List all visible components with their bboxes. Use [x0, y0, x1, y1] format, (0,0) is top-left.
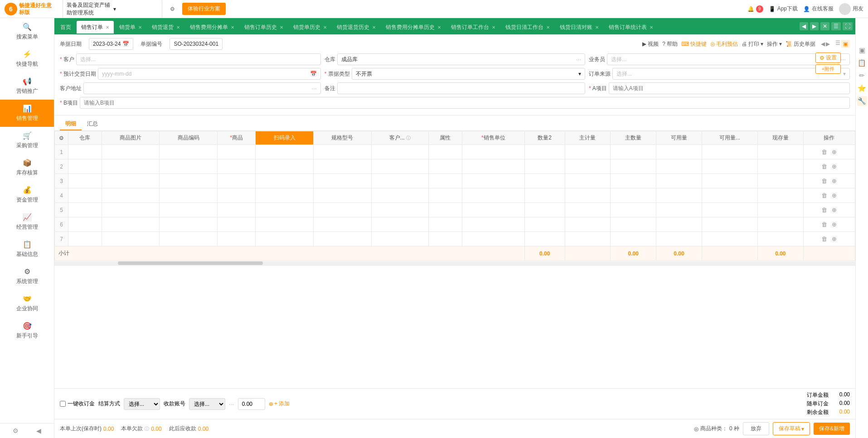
- close-icon[interactable]: ✕: [106, 25, 109, 30]
- sidebar-item-operations[interactable]: 📈 经营管理: [0, 208, 54, 236]
- copy-btn[interactable]: ⊕: [829, 191, 839, 200]
- close-icon[interactable]: ✕: [323, 25, 327, 30]
- close-icon[interactable]: ✕: [492, 25, 495, 30]
- copy-btn[interactable]: ⊕: [829, 148, 839, 157]
- close-icon[interactable]: ✕: [650, 25, 653, 30]
- sidebar-item-finance[interactable]: 💰 资金管理: [0, 181, 54, 208]
- address-input[interactable]: ···: [83, 82, 321, 94]
- tab-workbench[interactable]: 销售订单工作台 ✕: [446, 21, 500, 34]
- a-project-input[interactable]: [609, 82, 850, 94]
- sidebar-item-enterprise[interactable]: 🤝 企业协同: [0, 290, 54, 317]
- tab-prev-btn[interactable]: ◀: [800, 22, 808, 30]
- sidebar-item-quicknav[interactable]: ⚡ 快捷导航: [0, 45, 54, 72]
- scrollbar-thumb[interactable]: [118, 261, 263, 265]
- close-icon[interactable]: ✕: [138, 25, 142, 30]
- invoice-select[interactable]: 不开票 ▾: [352, 68, 586, 80]
- close-icon[interactable]: ✕: [176, 25, 180, 30]
- copy-btn[interactable]: ⊕: [829, 177, 839, 186]
- nav-prev-icon[interactable]: ◀: [821, 41, 825, 47]
- help-btn[interactable]: ? 帮助: [662, 40, 678, 48]
- delete-btn[interactable]: 🗑: [820, 220, 829, 229]
- tab-cost-split[interactable]: 销售费用分摊单 ✕: [185, 21, 239, 34]
- save-draft-btn[interactable]: 保存草稿 ▾: [773, 422, 810, 435]
- side-action-2[interactable]: 📋: [857, 58, 867, 68]
- sidebar-item-marketing[interactable]: 📢 营销推广: [0, 72, 54, 100]
- view-btn[interactable]: ▶ 视频: [642, 40, 659, 48]
- side-action-1[interactable]: ▣: [857, 45, 867, 55]
- tab-next-btn[interactable]: ▶: [810, 22, 819, 30]
- settings-icon-button[interactable]: ⚙: [166, 3, 179, 15]
- number-field[interactable]: SO-20230324-001: [170, 38, 223, 50]
- close-icon[interactable]: ✕: [280, 25, 283, 30]
- delete-btn[interactable]: 🗑: [820, 162, 829, 171]
- sidebar-item-purchase[interactable]: 🛒 采购管理: [0, 127, 54, 154]
- copy-btn[interactable]: ⊕: [829, 206, 839, 215]
- col-settings[interactable]: ⚙: [55, 131, 68, 145]
- user-item[interactable]: 用友: [839, 3, 863, 15]
- tab-sales-slip[interactable]: 销货单 ✕: [115, 21, 146, 34]
- scrollbar-track[interactable]: [54, 261, 855, 266]
- more-icon[interactable]: ···: [229, 400, 234, 408]
- add-payment-btn[interactable]: ⊕ + 添加: [269, 400, 290, 408]
- tab-detail[interactable]: 明细: [60, 118, 82, 130]
- staff-input[interactable]: 选择... ···: [607, 53, 850, 65]
- side-action-5[interactable]: 🔧: [857, 96, 867, 106]
- settings-btn[interactable]: ⚙ 设置: [815, 53, 841, 63]
- warehouse-more-icon[interactable]: ···: [576, 56, 582, 63]
- auto-checkout-input[interactable]: [60, 401, 66, 407]
- tab-home[interactable]: 首页: [56, 21, 76, 34]
- customer-input[interactable]: 选择...: [76, 53, 321, 65]
- sidebar-item-system[interactable]: ⚙ 系统管理: [0, 263, 54, 290]
- tab-close-btn[interactable]: ✕: [820, 22, 829, 30]
- save-new-btn[interactable]: 保存&新增: [814, 423, 850, 435]
- copy-btn[interactable]: ⊕: [829, 220, 839, 229]
- tab-order-history[interactable]: 销售订单历史 ✕: [240, 21, 288, 34]
- tab-sales-order[interactable]: 销售订单 ✕: [77, 21, 114, 34]
- tab-slip-history[interactable]: 销货单历史 ✕: [289, 21, 331, 34]
- close-icon[interactable]: ✕: [231, 25, 234, 30]
- address-more-icon[interactable]: ···: [311, 85, 317, 92]
- app-download-item[interactable]: 📱 App下载: [769, 5, 798, 13]
- order-source-input[interactable]: 选择... ▾: [612, 68, 850, 80]
- shortcut-btn[interactable]: ⌨ 快捷键: [681, 40, 707, 48]
- delivery-input[interactable]: yyyy-mm-dd 📅: [98, 68, 321, 80]
- tab-cost-history[interactable]: 销售费用分摊单历史 ✕: [381, 21, 446, 34]
- industry-button[interactable]: 体验行业方案: [182, 3, 226, 15]
- delete-btn[interactable]: 🗑: [820, 148, 829, 157]
- b-project-input[interactable]: [80, 97, 850, 109]
- side-action-3[interactable]: ✏: [857, 71, 867, 81]
- delete-btn[interactable]: 🗑: [820, 206, 829, 215]
- remark-input[interactable]: [337, 82, 586, 94]
- col-scan[interactable]: 扫码录入: [256, 131, 314, 145]
- list-view-icon[interactable]: ☰: [835, 40, 840, 48]
- close-icon[interactable]: ✕: [437, 25, 441, 30]
- payment-select[interactable]: 选择...: [124, 398, 160, 410]
- history-btn[interactable]: 📜 历史单据: [786, 40, 815, 48]
- online-service-item[interactable]: 👤 在线客服: [803, 5, 834, 13]
- sidebar-item-newbie[interactable]: 🎯 新手引导: [0, 317, 54, 344]
- grid-view-icon[interactable]: ▣: [841, 40, 850, 48]
- profit-btn[interactable]: ◎ 毛利预估: [710, 40, 738, 48]
- auto-checkout-checkbox[interactable]: 一键收订金: [60, 400, 95, 408]
- discard-btn[interactable]: 放弃: [743, 422, 769, 435]
- close-icon[interactable]: ✕: [595, 25, 599, 30]
- tab-daily-workbench[interactable]: 钱货日清工作台 ✕: [501, 21, 554, 34]
- delete-btn[interactable]: 🗑: [820, 177, 829, 186]
- side-action-4[interactable]: ⭐: [857, 83, 867, 93]
- tab-stats[interactable]: 销售订单统计表 ✕: [604, 21, 658, 34]
- print-btn[interactable]: 🖨 打印 ▾: [742, 40, 763, 48]
- sidebar-item-search[interactable]: 🔍 搜索菜单: [0, 18, 54, 45]
- warehouse-input[interactable]: 成品库 ···: [337, 53, 586, 65]
- notification-item[interactable]: 🔔 9: [747, 5, 763, 13]
- tab-menu-btn[interactable]: ☰: [831, 22, 841, 30]
- copy-btn[interactable]: ⊕: [829, 235, 839, 244]
- tab-daily-reconcile[interactable]: 钱货日清对账 ✕: [555, 21, 603, 34]
- close-icon[interactable]: ✕: [546, 25, 550, 30]
- tab-fullscreen-btn[interactable]: ⛶: [843, 22, 853, 30]
- nav-next-icon[interactable]: ▶: [826, 41, 830, 47]
- tab-summary[interactable]: 汇总: [82, 118, 103, 130]
- sidebar-item-sales[interactable]: 📊 销售管理: [0, 100, 54, 127]
- tab-return[interactable]: 销货退货 ✕: [147, 21, 184, 34]
- delete-btn[interactable]: 🗑: [820, 235, 829, 244]
- attach-btn[interactable]: +附件: [815, 64, 841, 74]
